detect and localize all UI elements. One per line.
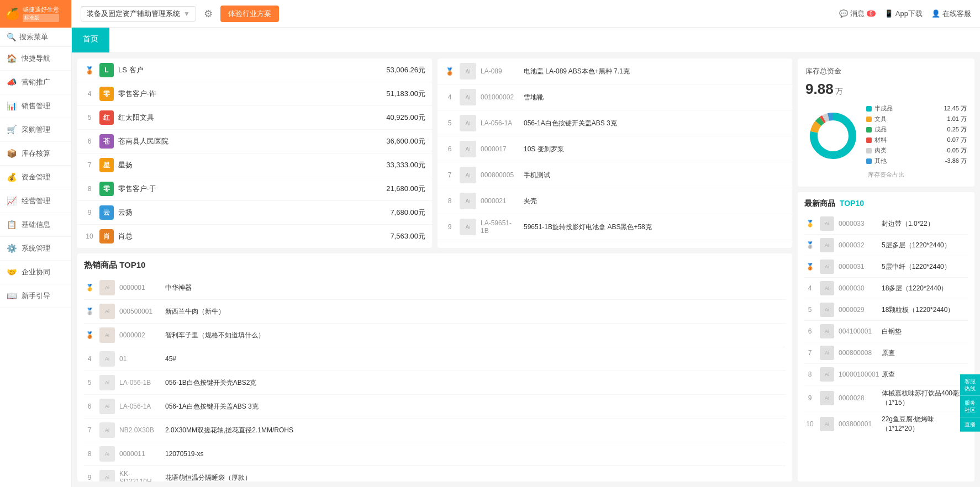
new-products-title: 最新商品 TOP10	[804, 199, 968, 209]
inventory-amount: 9.88	[805, 81, 834, 97]
legend-dot	[866, 106, 872, 112]
sidebar-item-qiyexietong[interactable]: 🤝 企业协同	[0, 261, 71, 284]
hot-product-row: 6 Ai LA-056-1A 056-1A白色按键开关盖ABS 3克	[84, 395, 786, 419]
tab-home[interactable]: 首页	[72, 28, 109, 52]
topbar-right: 💬 消息 6 📱 App下载 👤 在线客服	[839, 9, 971, 19]
nav-label: 系统管理	[22, 244, 50, 253]
new-medal-icon: 🥇	[804, 220, 815, 227]
trial-button[interactable]: 体验行业方案	[220, 6, 279, 22]
new-product-code: 10000100001	[839, 370, 877, 378]
sidebar-item-kucunhesuan[interactable]: 📦 库存核算	[0, 142, 71, 166]
product-sold-row-8: 8 Ai 0000021 夹壳	[438, 188, 792, 214]
hot-product-row: 4 Ai 01 45#	[84, 347, 786, 371]
top-products-sold-card: 🥉 Ai LA-089 电池盖 LA-089 ABS本色+黑种 7.1克 4 A…	[438, 59, 792, 248]
sidebar-item-zijinguanli[interactable]: 💰 资金管理	[0, 166, 71, 189]
customer-row-9: 9 云 云扬 7,680.00元	[77, 201, 432, 225]
system-selector[interactable]: 装备及固定资产辅助管理系统 ▼	[81, 6, 196, 22]
panel-middle: 🥉 L LS 客户 53,006.26元 4 零 零售客户·许 51,183.0…	[77, 59, 792, 481]
customer-avatar: L	[99, 63, 114, 77]
inventory-total: 9.88 万	[805, 81, 967, 98]
service-icon: 👤	[931, 9, 940, 18]
new-product-image: Ai	[820, 324, 834, 338]
logo-area: 🍊 畅捷通好生意 标准版	[0, 0, 71, 28]
nav-icon-guide: 📖	[7, 291, 17, 301]
legend-item-chengpin: 成品 0.25 万	[866, 125, 967, 134]
new-product-name: 22g鱼豆腐·烧烤味（1*12*20）	[882, 415, 968, 433]
legend-val: 0.25 万	[947, 125, 967, 134]
sidebar-item-xinshouyindao[interactable]: 📖 新手引导	[0, 284, 71, 308]
hot-product-row: 🥈 Ai 000500001 新西兰牛肉（新牛）	[84, 300, 786, 324]
nav-icon-home: 🏠	[7, 54, 17, 63]
product-code: LA-089	[481, 67, 519, 75]
search-icon: 🔍	[7, 33, 16, 41]
rank-num: 6	[84, 137, 95, 145]
new-products-title-text: 最新商品	[804, 199, 835, 208]
app-name: 畅捷通好生意	[23, 6, 59, 13]
legend-dot	[866, 137, 872, 143]
new-medal-icon: 🥉	[804, 263, 815, 271]
nav-label: 库存核算	[22, 149, 50, 158]
hot-product-code: LA-056-1B	[119, 379, 161, 387]
product-name: 056-1A白色按键开关盖ABS 3克	[524, 119, 786, 128]
top-customers-card: 🥉 L LS 客户 53,006.26元 4 零 零售客户·许 51,183.0…	[77, 59, 432, 248]
customer-row-8: 8 零 零售客户·于 21,680.00元	[77, 177, 432, 201]
hot-product-name: 智利车子里（规格不知道填什么）	[165, 331, 786, 340]
legend: 半成品 12.45 万 文具 1.01 万 成品 0.25 万	[866, 104, 967, 167]
rank-num: 8	[444, 197, 455, 205]
message-label: 消息	[850, 9, 865, 19]
hot-product-image: Ai	[99, 327, 115, 343]
sidebar-item-jingyingguanli[interactable]: 📈 经营管理	[0, 189, 71, 213]
customer-row-4: 4 零 零售客户·许 51,183.00元	[77, 82, 432, 106]
hot-rank-num: 7	[84, 426, 95, 434]
sidebar-item-caigouguanli[interactable]: 🛒 采购管理	[0, 118, 71, 142]
message-button[interactable]: 💬 消息 6	[839, 9, 876, 19]
hot-products-title: 热销商品 TOP10	[84, 260, 786, 271]
sidebar-item-yingxiaotuiguang[interactable]: 📣 营销推广	[0, 71, 71, 94]
sidebar-item-jichuxxinxi[interactable]: 📋 基础信息	[0, 213, 71, 237]
product-code: LA-59651-1B	[481, 219, 519, 235]
legend-val: 0.07 万	[947, 136, 967, 144]
legend-item-roulei: 肉类 -0.05 万	[866, 146, 967, 155]
new-product-name: 体械嘉枝味苏打饮品400毫升（1*15）	[882, 389, 968, 407]
nav-label: 新手引导	[22, 291, 50, 301]
new-product-name: 5层中纤（1220*2440）	[882, 262, 968, 272]
hot-product-image: Ai	[99, 470, 115, 481]
app-download-button[interactable]: 📱 App下载	[884, 9, 923, 19]
new-product-code: 0000031	[839, 263, 877, 271]
hot-product-image: Ai	[99, 422, 115, 438]
nav-icon-operation: 📈	[7, 196, 17, 206]
online-service-button[interactable]: 👤 在线客服	[931, 9, 971, 19]
sidebar-item-xitongguanli[interactable]: ⚙️ 系统管理	[0, 237, 71, 261]
float-btn-community[interactable]: 服务社区	[960, 396, 980, 417]
chevron-down-icon: ▼	[183, 10, 190, 18]
sidebar-item-xiaoshouguanli[interactable]: 📊 销售管理	[0, 94, 71, 118]
donut-svg	[805, 108, 861, 163]
search-menu[interactable]: 🔍 搜索菜单	[0, 28, 71, 47]
new-product-row: 🥉 Ai 0000031 5层中纤（1220*2440）	[804, 256, 968, 278]
customer-amount: 51,183.00元	[386, 89, 425, 99]
new-product-name: 白钢垫	[882, 327, 968, 336]
float-btn-service[interactable]: 客服热线	[960, 374, 980, 396]
new-product-code: 0000029	[839, 306, 877, 314]
nav-label: 资金管理	[22, 172, 50, 182]
hot-product-row: 🥇 Ai 0000001 中华神器	[84, 276, 786, 300]
hot-medal-icon: 🥇	[84, 284, 95, 292]
message-icon: 💬	[839, 9, 848, 18]
legend-dot	[866, 148, 872, 153]
legend-dot	[866, 158, 872, 164]
panel-right: 库存总资金 9.88 万	[798, 59, 974, 481]
legend-label: 其他	[874, 157, 942, 165]
sidebar-item-kuaijiedaohang[interactable]: 🏠 快捷导航	[0, 47, 71, 71]
settings-button[interactable]: ⚙	[202, 6, 215, 22]
float-buttons: 客服热线 服务社区 直播	[960, 374, 980, 432]
float-btn-live[interactable]: 直播	[960, 417, 980, 432]
customer-row-7: 7 星 星扬 33,333.00元	[77, 153, 432, 177]
search-menu-label: 搜索菜单	[19, 32, 48, 42]
new-rank-num: 5	[804, 306, 815, 314]
customer-amount: 40,925.00元	[386, 113, 425, 123]
customer-name: 云扬	[118, 208, 386, 218]
new-product-image: Ai	[820, 260, 834, 274]
legend-label: 成品	[874, 125, 945, 134]
rank-num: 6	[444, 145, 455, 153]
phone-icon: 📱	[884, 9, 893, 18]
